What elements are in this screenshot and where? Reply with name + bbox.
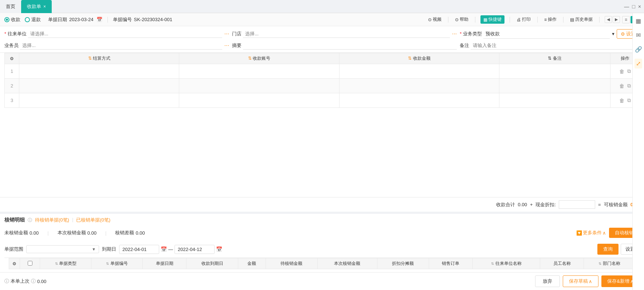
staff-more-icon[interactable]: ···: [224, 42, 229, 49]
radio-receipt-label: 收款: [11, 16, 20, 23]
table-row: 1 🗑 ⧉: [5, 64, 640, 79]
expand-sidebar-icon[interactable]: ⤢: [635, 59, 642, 68]
operations-btn[interactable]: ≡ 操作: [543, 16, 558, 23]
biztype-arrow[interactable]: ▼: [611, 32, 615, 36]
due-date-label: 到期日: [102, 246, 116, 252]
note-group: 备注: [460, 42, 640, 50]
biztype-group: 业务类型 预收款 ▼ ⚙ 设置: [460, 29, 640, 39]
view-list[interactable]: ≡: [622, 16, 630, 23]
discount-input[interactable]: [559, 200, 595, 209]
row-1-amount[interactable]: [339, 64, 499, 79]
row-2-amount[interactable]: [339, 79, 499, 93]
close-btn[interactable]: ×: [638, 4, 641, 9]
row-3-notes[interactable]: [499, 93, 610, 108]
email-sidebar-icon[interactable]: ✉: [635, 30, 642, 40]
row-2-copy[interactable]: ⧉: [627, 82, 632, 90]
range-select[interactable]: ▼: [26, 245, 99, 253]
shortcut-btn[interactable]: ▦ 快捷键: [480, 15, 504, 24]
sort-doc-type[interactable]: ⇅: [55, 262, 58, 266]
counterparty-input[interactable]: [28, 30, 222, 38]
row-2-notes[interactable]: [499, 79, 610, 93]
tab-receipt[interactable]: 收款单 ×: [21, 0, 52, 13]
tab-completed[interactable]: 已核销单据(0笔): [76, 217, 110, 223]
summary-input[interactable]: [243, 42, 457, 50]
store-input[interactable]: [243, 30, 450, 38]
sep6: [563, 17, 564, 23]
abandon-btn[interactable]: 放弃: [535, 275, 560, 287]
row-3-delete[interactable]: 🗑: [619, 97, 625, 104]
row-1-account[interactable]: [179, 64, 339, 79]
row-3-account[interactable]: [179, 93, 339, 108]
tab-close-icon[interactable]: ×: [43, 4, 46, 9]
nav-arrows: ◀ ▶: [605, 16, 620, 23]
col-sales-order: 销售订单: [429, 258, 473, 269]
bottom-info-icon[interactable]: ⓘ: [4, 278, 9, 285]
cal-to-icon[interactable]: 📅: [216, 246, 222, 252]
draft-btn[interactable]: 保存草稿 ∧: [563, 275, 598, 287]
table-sidebar-icon[interactable]: ▦: [634, 16, 643, 26]
more-conditions-btn[interactable]: 🔽 更多条件 ∧: [576, 230, 606, 236]
row-1-copy[interactable]: ⧉: [627, 67, 632, 75]
history-btn[interactable]: ▤ 历史单据: [569, 16, 594, 23]
row-1-settle[interactable]: [19, 64, 179, 79]
help-btn[interactable]: ⊙ 帮助: [453, 16, 470, 23]
col-due-date: 收款到期日: [186, 258, 238, 269]
calendar-icon[interactable]: 📅: [97, 17, 102, 22]
store-more-icon[interactable]: ···: [452, 31, 457, 37]
nav-next[interactable]: ▶: [613, 16, 620, 23]
date-to-input[interactable]: [174, 245, 215, 254]
row-3-settle[interactable]: [19, 93, 179, 108]
video-btn[interactable]: ⊙ 视频: [427, 16, 443, 23]
sort-icon-4[interactable]: ⇅: [548, 56, 551, 61]
sort-partner[interactable]: ⇅: [491, 262, 494, 266]
tab-pending[interactable]: 待核销单据(0笔): [35, 217, 69, 223]
cal-from-icon[interactable]: 📅: [161, 246, 167, 252]
writeoff-header: 核销明细 ⓘ 待核销单据(0笔) | 已核销单据(0笔): [4, 217, 640, 223]
sep5: [537, 17, 538, 23]
row-3-copy[interactable]: ⧉: [627, 97, 632, 104]
maximize-btn[interactable]: □: [632, 4, 635, 9]
date-from-input[interactable]: [119, 245, 159, 254]
attachment-sidebar-icon[interactable]: 🔗: [633, 44, 644, 54]
radio-receipt[interactable]: 收款: [4, 16, 20, 23]
staff-group: 业务员 ···: [4, 42, 229, 50]
query-btn[interactable]: 查询: [597, 244, 619, 255]
row-1-delete[interactable]: 🗑: [619, 67, 625, 75]
select-all-checkbox[interactable]: [28, 261, 32, 266]
row-3-amount[interactable]: [339, 93, 499, 108]
row-1-notes[interactable]: [499, 64, 610, 79]
form-section: 往来单位 ··· 门店 ··· 业务类型 预收款 ▼ ⚙ 设置: [0, 26, 644, 53]
bottom-actions: 放弃 保存草稿 ∧ 保存&新增 ∧: [535, 275, 640, 287]
row-2-account[interactable]: [179, 79, 339, 93]
summary-eq: =: [598, 202, 601, 207]
sort-dept[interactable]: ⇅: [598, 262, 601, 266]
writeoff-info-icon[interactable]: ⓘ: [28, 217, 32, 223]
col-dept-name: ⇅ 部门名称: [584, 258, 635, 269]
settings-icon-2[interactable]: ⚙: [12, 261, 16, 266]
sort-doc-num[interactable]: ⇅: [106, 262, 109, 266]
col-notes: ⇅ 备注: [499, 53, 610, 64]
tab-home[interactable]: 首页: [0, 0, 21, 13]
note-input[interactable]: [471, 42, 640, 50]
counterparty-more-icon[interactable]: ···: [224, 31, 229, 37]
print-icon: 🖨: [517, 17, 521, 22]
staff-input[interactable]: [20, 42, 222, 50]
radio-refund[interactable]: 退款: [25, 16, 41, 23]
sort-icon[interactable]: ⇅: [88, 56, 92, 61]
minimize-btn[interactable]: —: [624, 4, 629, 9]
bottom-info-icon2[interactable]: ⓘ: [31, 278, 36, 285]
nav-prev[interactable]: ◀: [605, 16, 612, 23]
gear-icon: ⚙: [621, 31, 625, 37]
note-label: 备注: [460, 42, 469, 49]
sep7: [599, 17, 600, 23]
sort-icon-2[interactable]: ⇅: [248, 56, 252, 61]
print-btn[interactable]: 🖨 打印: [515, 16, 532, 23]
col-settings[interactable]: ⚙: [5, 53, 19, 64]
col-checkbox: ⚙: [9, 258, 20, 269]
writeoff-title: 核销明细: [4, 217, 25, 223]
sort-icon-3[interactable]: ⇅: [408, 56, 412, 61]
current-value: 0.00: [87, 230, 97, 236]
row-2-delete[interactable]: 🗑: [619, 82, 625, 90]
row-2-settle[interactable]: [19, 79, 179, 93]
unverified-value: 0.00: [30, 230, 39, 236]
